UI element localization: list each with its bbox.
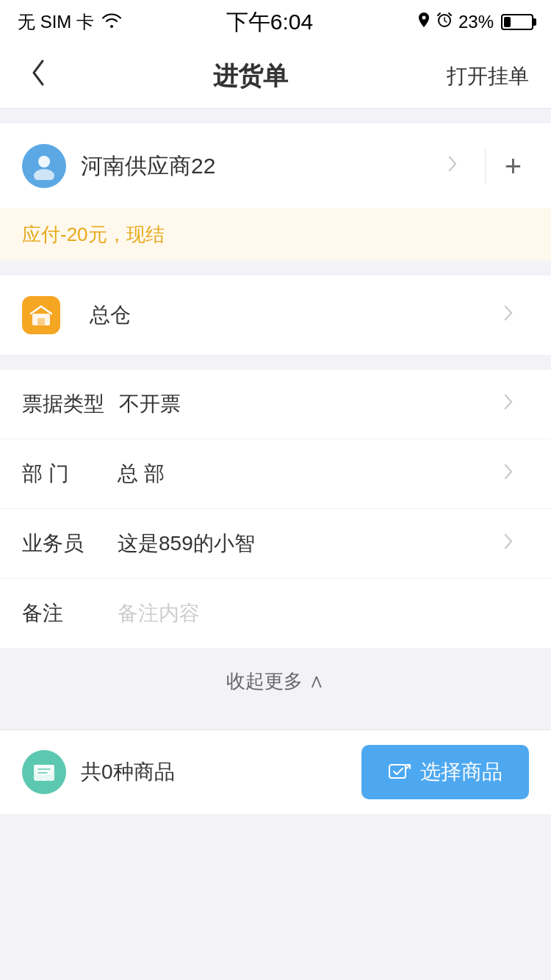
select-product-button[interactable]: 选择商品 (361, 745, 529, 799)
department-chevron-icon (503, 462, 514, 486)
alarm-icon (436, 12, 453, 32)
footer-cart-icon (22, 750, 66, 794)
svg-point-0 (422, 16, 425, 20)
status-right: 23% (417, 12, 533, 32)
notice-bar: 应付-20元，现结 (0, 209, 551, 261)
supplier-name: 河南供应商22 (81, 151, 447, 181)
form-section: 票据类型 不开票 部 门 总 部 业务员 这是859的小智 备注 备注内容 (0, 370, 551, 648)
warehouse-card: 总仓 (0, 275, 551, 355)
supplier-card: 河南供应商22 + 应付-20元，现结 (0, 123, 551, 261)
remark-value: 备注内容 (103, 599, 529, 627)
supplier-row[interactable]: 河南供应商22 + (0, 123, 551, 209)
warehouse-chevron-icon (503, 303, 514, 328)
status-left: 无 SIM 卡 (18, 10, 122, 34)
page-background (0, 814, 551, 980)
department-value: 总 部 (103, 460, 503, 488)
warehouse-name: 总仓 (75, 301, 503, 329)
remark-row[interactable]: 备注 备注内容 (0, 579, 551, 648)
supplier-avatar (22, 144, 66, 188)
collapse-text: 收起更多 ∧ (226, 669, 324, 694)
svg-point-7 (39, 781, 43, 785)
battery-percent: 23% (458, 12, 494, 32)
department-label: 部 门 (22, 460, 103, 488)
warehouse-icon-bg (22, 296, 60, 334)
product-count: 共0种商品 (81, 758, 361, 786)
add-supplier-button[interactable]: + (497, 150, 529, 183)
status-time: 下午6:04 (226, 7, 313, 37)
warehouse-row[interactable]: 总仓 (0, 275, 551, 355)
location-icon (417, 12, 431, 32)
open-pending-button[interactable]: 打开挂单 (447, 62, 529, 90)
wifi-icon (101, 12, 122, 32)
back-button[interactable] (22, 51, 54, 101)
department-row[interactable]: 部 门 总 部 (0, 439, 551, 509)
svg-point-8 (46, 781, 50, 785)
status-bar: 无 SIM 卡 下午6:04 23% (0, 0, 551, 44)
page-title: 进货单 (213, 60, 288, 93)
svg-point-2 (38, 156, 50, 167)
invoice-type-row[interactable]: 票据类型 不开票 (0, 370, 551, 439)
salesperson-chevron-icon (503, 532, 514, 556)
section-gap-1 (0, 109, 551, 123)
remark-label: 备注 (22, 599, 103, 627)
svg-point-3 (34, 169, 54, 180)
carrier-text: 无 SIM 卡 (18, 10, 94, 34)
svg-rect-5 (37, 318, 45, 325)
salesperson-value: 这是859的小智 (103, 530, 503, 558)
footer-bar: 共0种商品 选择商品 (0, 729, 551, 814)
battery-icon (501, 14, 533, 30)
vertical-divider (485, 148, 486, 184)
salesperson-label: 业务员 (22, 530, 103, 558)
invoice-type-label: 票据类型 (22, 390, 104, 418)
select-product-label: 选择商品 (420, 758, 503, 786)
invoice-type-chevron-icon (503, 392, 514, 417)
invoice-type-value: 不开票 (104, 390, 503, 418)
supplier-chevron-icon (447, 154, 458, 179)
notice-text: 应付-20元，现结 (22, 223, 165, 245)
salesperson-row[interactable]: 业务员 这是859的小智 (0, 509, 551, 579)
collapse-row[interactable]: 收起更多 ∧ (0, 648, 551, 715)
nav-bar: 进货单 打开挂单 (0, 44, 551, 109)
svg-rect-9 (389, 765, 406, 778)
section-gap-2 (0, 261, 551, 275)
